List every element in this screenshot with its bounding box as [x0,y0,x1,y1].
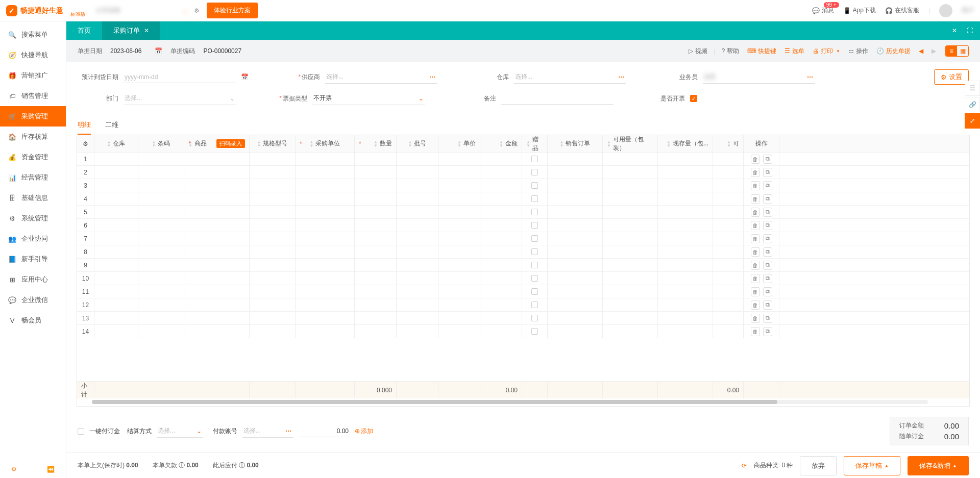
delete-row-icon[interactable]: 🗑 [751,247,760,257]
copy-row-icon[interactable]: ⧉ [763,274,772,283]
help-link[interactable]: ? 帮助 [718,47,742,56]
col-gift[interactable]: ▲▼赠品 [522,135,548,152]
sidebar-item-search[interactable]: 🔍搜索菜单 [0,24,66,45]
table-row[interactable]: 7🗑⧉ [77,232,969,245]
delete-row-icon[interactable]: 🗑 [751,234,760,243]
discard-button[interactable]: 放弃 [800,456,837,475]
gift-checkbox[interactable] [531,288,538,295]
prev-doc-icon[interactable]: ◀ [916,47,926,55]
gift-checkbox[interactable] [531,248,538,255]
table-row[interactable]: 14🗑⧉ [77,325,969,338]
rail-note-icon[interactable]: ☰ [965,81,980,96]
sidebar-collapse-icon[interactable]: ⏪ [47,466,55,473]
sidebar-settings-icon[interactable]: ⚙ [11,466,17,473]
copy-row-icon[interactable]: ⧉ [763,261,772,270]
save-draft-button[interactable]: 保存草稿▲ [844,456,900,475]
avatar[interactable] [939,4,952,17]
hotkey-link[interactable]: ⌨ 快捷键 [744,47,779,56]
gift-checkbox[interactable] [531,301,538,308]
sidebar-item-book[interactable]: 📘新手引导 [0,249,66,269]
sidebar-item-wechat[interactable]: 💬企业微信 [0,290,66,310]
copy-row-icon[interactable]: ⧉ [763,287,772,296]
copy-row-icon[interactable]: ⧉ [763,194,772,204]
sidebar-item-gear[interactable]: ⚙系统管理 [0,208,66,229]
info-icon[interactable]: ⓘ [179,462,185,469]
pay-account-select[interactable]: 选择...⋯ [242,424,293,438]
copy-row-icon[interactable]: ⧉ [763,300,772,310]
table-row[interactable]: 1🗑⧉ [77,153,969,166]
copy-row-icon[interactable]: ⧉ [763,208,772,217]
table-row[interactable]: 6🗑⧉ [77,219,969,232]
info-icon[interactable]: ⓘ [239,462,245,469]
fullscreen-icon[interactable]: ⛶ [963,23,977,38]
col-resv[interactable]: ▲▼可 [713,135,744,152]
eta-input[interactable] [124,71,236,83]
sidebar-item-home[interactable]: 🏠库存核算 [0,127,66,147]
supplier-select[interactable]: 选择...⋯ [325,70,437,84]
print-link[interactable]: 🖨 打印▼ [810,47,843,56]
copy-row-icon[interactable]: ⧉ [763,155,772,164]
table-row[interactable]: 4🗑⧉ [77,192,969,206]
col-spec[interactable]: ▲▼规格型号 [250,135,296,152]
user-name[interactable]: 用户 [962,6,974,15]
gift-checkbox[interactable] [531,222,538,229]
online-service-link[interactable]: 🎧在线客服 [885,6,919,15]
delete-row-icon[interactable]: 🗑 [751,287,760,296]
select-order-link[interactable]: ☰ 选单 [781,47,807,56]
sidebar-item-team[interactable]: 👥企业协同 [0,229,66,249]
table-row[interactable]: 8🗑⧉ [77,245,969,259]
delete-row-icon[interactable]: 🗑 [751,181,760,190]
messages-link[interactable]: 💬消息 99 + [812,6,834,15]
remark-input[interactable] [501,93,614,105]
table-row[interactable]: 2🗑⧉ [77,166,969,179]
copy-row-icon[interactable]: ⧉ [763,168,772,177]
sidebar-item-db[interactable]: 🗄基础信息 [0,188,66,208]
gift-checkbox[interactable] [531,275,538,282]
col-available[interactable]: ▲▼可用量（包装） [603,135,658,152]
col-warehouse[interactable]: ▲▼仓库 [94,135,138,152]
delete-row-icon[interactable]: 🗑 [751,194,760,204]
gift-checkbox[interactable] [531,262,538,268]
department-select[interactable]: 选择...⌄ [124,92,236,105]
app-download-link[interactable]: 📱App下载 [843,6,876,15]
settings-button[interactable]: ⚙设置 [934,69,969,85]
table-row[interactable]: 13🗑⧉ [77,312,969,325]
col-qty[interactable]: ▲▼*数量 [355,135,397,152]
refresh-icon[interactable]: ⟳ [742,462,747,469]
delete-row-icon[interactable]: 🗑 [751,208,760,217]
copy-row-icon[interactable]: ⧉ [763,181,772,190]
experience-button[interactable]: 体验行业方案 [207,3,258,18]
delete-row-icon[interactable]: 🗑 [751,327,760,336]
subtab-qr[interactable]: 二维 [105,120,118,135]
copy-row-icon[interactable]: ⧉ [763,247,772,257]
pay-method-select[interactable]: 选择...⌄ [157,424,203,438]
history-link[interactable]: 🕘 历史单据 [873,47,914,56]
one-click-deposit-checkbox[interactable] [78,428,84,435]
table-row[interactable]: 10🗑⧉ [77,272,969,285]
col-product[interactable]: ▲▼*商品扫码录入 [184,135,250,152]
gift-checkbox[interactable] [531,156,538,162]
calendar-icon[interactable]: 📅 [241,73,249,81]
copy-row-icon[interactable]: ⧉ [763,327,772,336]
copy-row-icon[interactable]: ⧉ [763,314,772,323]
col-batch[interactable]: ▲▼批号 [397,135,438,152]
delete-row-icon[interactable]: 🗑 [751,261,760,270]
rail-attach-icon[interactable]: 🔗 [965,97,980,112]
col-price[interactable]: ▲▼单价 [438,135,480,152]
horizontal-scrollbar[interactable] [78,398,969,406]
sidebar-item-app[interactable]: ⊞应用中心 [0,269,66,290]
col-amount[interactable]: ▲▼金额 [480,135,522,152]
settings-icon[interactable]: ⚙ [194,7,200,14]
table-row[interactable]: 3🗑⧉ [77,179,969,192]
table-row[interactable]: 5🗑⧉ [77,206,969,219]
col-config[interactable]: ⚙ [77,135,94,152]
pay-amount-input[interactable] [299,425,350,437]
gift-checkbox[interactable] [531,235,538,242]
sidebar-item-chart[interactable]: 📊经营管理 [0,167,66,188]
delete-row-icon[interactable]: 🗑 [751,168,760,177]
sidebar-item-cart[interactable]: 🛒采购管理 [0,106,66,127]
gift-checkbox[interactable] [531,182,538,189]
delete-row-icon[interactable]: 🗑 [751,274,760,283]
gift-checkbox[interactable] [531,195,538,202]
sidebar-item-gift[interactable]: 🎁营销推广 [0,65,66,86]
